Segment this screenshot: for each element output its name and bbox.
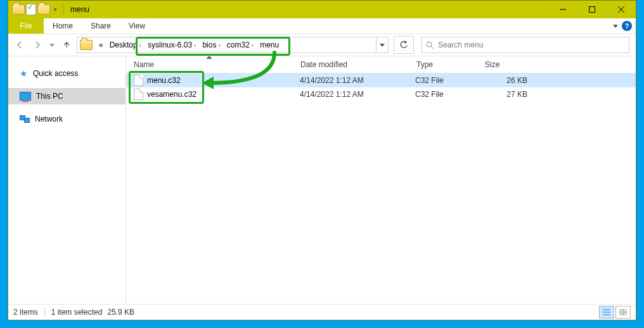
status-size: 25.9 KB xyxy=(107,308,134,317)
svg-rect-11 xyxy=(619,313,622,315)
col-date[interactable]: Date modified xyxy=(293,56,409,73)
nav-this-pc[interactable]: This PC xyxy=(8,88,126,104)
tab-view[interactable]: View xyxy=(120,18,154,34)
pc-icon xyxy=(20,92,31,101)
back-button[interactable] xyxy=(12,37,27,53)
search-input[interactable]: Search menu xyxy=(422,37,629,53)
file-date: 4/14/2022 1:12 AM xyxy=(292,90,408,99)
nav-row: « Desktop› syslinux-6.03› bios› com32› m… xyxy=(8,34,636,56)
crumb-com32[interactable]: com32› xyxy=(224,37,257,53)
file-icon xyxy=(134,75,143,86)
qat-newfolder-icon[interactable] xyxy=(37,4,50,15)
maximize-button[interactable] xyxy=(577,1,607,18)
file-type: C32 File xyxy=(408,76,475,85)
view-details-button[interactable] xyxy=(599,306,614,319)
file-name: vesamenu.c32 xyxy=(147,90,196,99)
col-size[interactable]: Size xyxy=(477,56,530,73)
tab-home[interactable]: Home xyxy=(44,18,82,34)
file-size: 27 KB xyxy=(475,90,534,99)
crumb-menu[interactable]: menu xyxy=(257,37,283,53)
qat-properties-icon[interactable] xyxy=(26,4,36,15)
body: ★ Quick access This PC Network Name Date… xyxy=(8,56,636,304)
help-button[interactable]: ? xyxy=(622,21,632,31)
svg-rect-1 xyxy=(589,7,595,13)
svg-point-4 xyxy=(427,42,432,47)
qat-dropdown-icon[interactable]: ▾ xyxy=(51,6,60,13)
nav-label: Quick access xyxy=(33,69,78,78)
file-icon xyxy=(134,89,143,100)
refresh-button[interactable] xyxy=(394,36,414,54)
nav-quick-access[interactable]: ★ Quick access xyxy=(8,65,126,82)
status-count: 2 items xyxy=(13,308,38,317)
svg-rect-12 xyxy=(624,313,627,315)
file-row[interactable]: vesamenu.c324/14/2022 1:12 AMC32 File27 … xyxy=(126,87,636,101)
file-row[interactable]: menu.c324/14/2022 1:12 AMC32 File26 KB xyxy=(126,73,636,87)
col-name[interactable]: Name xyxy=(126,56,293,73)
status-bar: 2 items 1 item selected 25.9 KB xyxy=(8,304,636,320)
window-title: menu xyxy=(68,5,89,14)
address-history-icon[interactable] xyxy=(376,37,388,53)
crumb-bios[interactable]: bios› xyxy=(200,37,224,53)
tab-share[interactable]: Share xyxy=(82,18,120,34)
svg-line-5 xyxy=(431,46,434,49)
forward-button[interactable] xyxy=(30,37,45,53)
file-rows: menu.c324/14/2022 1:12 AMC32 File26 KBve… xyxy=(126,73,636,101)
nav-label: This PC xyxy=(36,92,63,101)
search-placeholder: Search menu xyxy=(438,41,483,49)
sort-asc-icon xyxy=(206,56,212,59)
file-date: 4/14/2022 1:12 AM xyxy=(292,76,408,85)
recent-dropdown-icon[interactable] xyxy=(48,37,56,53)
column-headers: Name Date modified Type Size xyxy=(126,56,636,73)
nav-network[interactable]: Network xyxy=(8,111,126,127)
file-type: C32 File xyxy=(408,90,475,99)
nav-label: Network xyxy=(35,115,63,123)
up-button[interactable] xyxy=(59,37,74,53)
title-bar: ▾ menu xyxy=(8,1,636,18)
address-folder-icon xyxy=(80,40,93,50)
nav-pane: ★ Quick access This PC Network xyxy=(8,56,126,304)
file-size: 26 KB xyxy=(475,76,534,85)
minimize-button[interactable] xyxy=(548,1,577,18)
file-list-pane: Name Date modified Type Size menu.c324/1… xyxy=(126,56,636,304)
crumb-desktop[interactable]: Desktop› xyxy=(107,37,145,53)
search-icon xyxy=(426,41,434,49)
network-icon xyxy=(20,115,30,123)
view-large-button[interactable] xyxy=(615,306,631,319)
crumb-prefix[interactable]: « xyxy=(96,37,107,53)
svg-rect-9 xyxy=(619,309,622,312)
qat: ▾ xyxy=(8,4,60,15)
file-name: menu.c32 xyxy=(147,76,181,85)
star-icon: ★ xyxy=(20,68,28,79)
crumb-syslinux[interactable]: syslinux-6.03› xyxy=(145,37,200,53)
svg-rect-10 xyxy=(624,309,627,312)
ribbon-collapse-icon[interactable] xyxy=(613,25,618,28)
explorer-window: ▾ menu File Home Share View ? « Desktop›… xyxy=(8,0,636,320)
tab-file[interactable]: File xyxy=(8,18,44,34)
close-button[interactable] xyxy=(607,1,636,18)
address-bar[interactable]: « Desktop› syslinux-6.03› bios› com32› m… xyxy=(77,37,389,53)
status-selected: 1 item selected xyxy=(51,308,103,317)
col-type[interactable]: Type xyxy=(409,56,477,73)
app-folder-icon xyxy=(12,4,25,15)
ribbon: File Home Share View ? xyxy=(8,18,636,34)
